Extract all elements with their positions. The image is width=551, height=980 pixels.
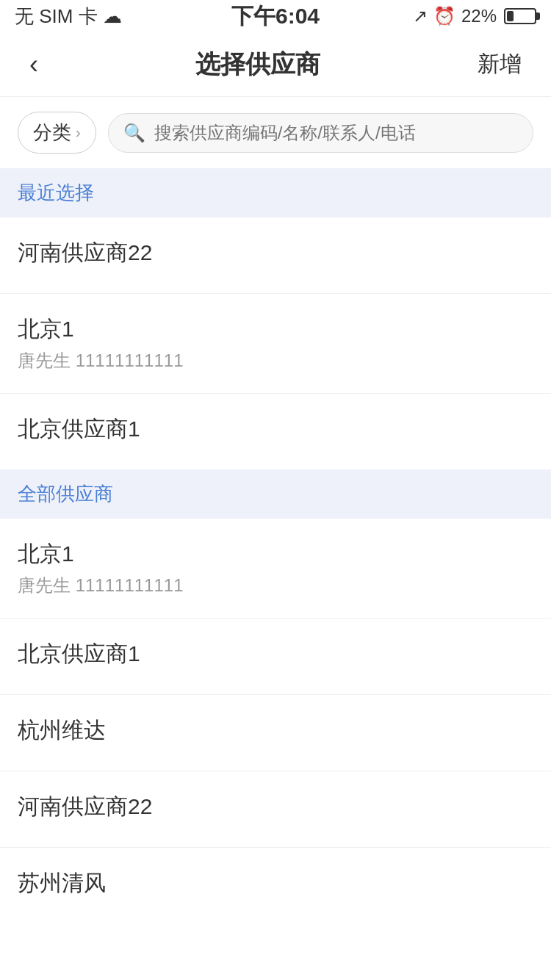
- list-item[interactable]: 北京供应商1: [0, 619, 551, 695]
- list-item[interactable]: 北京1唐先生 11111111111: [0, 519, 551, 619]
- status-right: ↗ ⏰ 22%: [413, 6, 536, 26]
- all-list: 北京1唐先生 11111111111北京供应商1杭州维达河南供应商22苏州清风: [0, 519, 551, 923]
- alarm-icon: ⏰: [433, 6, 455, 26]
- item-name: 北京供应商1: [18, 639, 533, 669]
- item-name: 北京供应商1: [18, 414, 533, 444]
- list-item[interactable]: 北京1唐先生 11111111111: [0, 294, 551, 394]
- item-name: 河南供应商22: [18, 238, 533, 268]
- filter-bar: 分类 › 🔍: [0, 97, 551, 168]
- list-item[interactable]: 河南供应商22: [0, 771, 551, 848]
- list-item[interactable]: 苏州清风: [0, 848, 551, 923]
- status-time: 下午6:04: [231, 1, 320, 32]
- list-item[interactable]: 河南供应商22: [0, 217, 551, 294]
- add-button[interactable]: 新增: [470, 42, 529, 87]
- status-left: 无 SIM 卡 ☁: [15, 4, 122, 29]
- list-item[interactable]: 北京供应商1: [0, 394, 551, 469]
- item-name: 杭州维达: [18, 716, 533, 746]
- category-button[interactable]: 分类 ›: [18, 112, 96, 154]
- all-section-header: 全部供应商: [0, 469, 551, 519]
- nav-bar: ‹ 选择供应商 新增: [0, 32, 551, 97]
- search-box[interactable]: 🔍: [108, 113, 533, 153]
- search-icon: 🔍: [123, 123, 145, 143]
- status-bar: 无 SIM 卡 ☁ 下午6:04 ↗ ⏰ 22%: [0, 0, 551, 32]
- page-title: 选择供应商: [195, 48, 320, 82]
- list-item[interactable]: 杭州维达: [0, 695, 551, 771]
- battery-percent: 22%: [461, 6, 497, 26]
- location-icon: ↗: [413, 6, 428, 26]
- item-name: 北京1: [18, 314, 533, 345]
- search-input[interactable]: [154, 123, 518, 143]
- item-name: 河南供应商22: [18, 792, 533, 822]
- sim-status: 无 SIM 卡 ☁: [15, 4, 122, 29]
- back-button[interactable]: ‹: [22, 42, 46, 87]
- chevron-right-icon: ›: [76, 124, 81, 141]
- item-name: 苏州清风: [18, 868, 533, 898]
- recent-section-header: 最近选择: [0, 168, 551, 217]
- item-name: 北京1: [18, 539, 533, 569]
- recent-list: 河南供应商22北京1唐先生 11111111111北京供应商1: [0, 217, 551, 469]
- item-sub: 唐先生 11111111111: [18, 349, 533, 372]
- battery-icon: [504, 8, 536, 24]
- item-sub: 唐先生 11111111111: [18, 574, 533, 597]
- category-label: 分类: [33, 120, 71, 145]
